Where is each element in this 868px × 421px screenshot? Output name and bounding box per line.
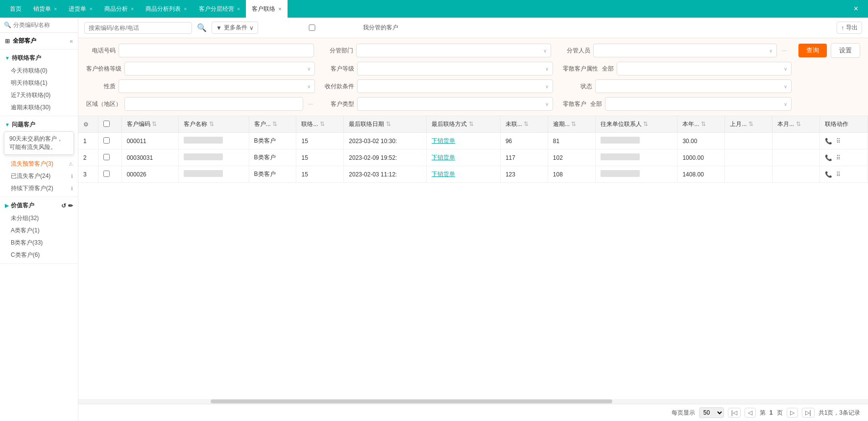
sidebar-item-week-pending[interactable]: 近7天待联络(0) [0, 89, 78, 101]
sidebar-item-ungrouped[interactable]: 未分组(32) [0, 212, 78, 224]
customer-level-select[interactable]: ∨ [357, 62, 554, 75]
phone-input[interactable] [119, 44, 314, 57]
sidebar-all-customers[interactable]: ⊞ 全部客户 « [0, 33, 78, 50]
refresh-icon[interactable]: ↺ [61, 202, 66, 209]
filter-search-button[interactable]: 🔍 [197, 23, 207, 32]
export-button[interactable]: ↑ 导出 [837, 22, 862, 34]
region-input[interactable] [124, 97, 303, 111]
cell-action-2[interactable]: 📞 ⠿ [820, 166, 868, 183]
cell-checkbox-2[interactable] [98, 166, 121, 183]
per-page-select[interactable]: 50 100 200 [699, 407, 724, 418]
cell-checkbox-1[interactable] [98, 149, 121, 166]
cell-checkbox-0[interactable] [98, 133, 121, 149]
close-icon[interactable]: × [54, 6, 57, 12]
col-last-date-header[interactable]: 最后联络日期 ⇅ [344, 116, 427, 133]
cell-action-1[interactable]: 📞 ⠿ [820, 149, 868, 166]
cell-last-type-1[interactable]: 下销货单 [427, 149, 501, 166]
sidebar-item-class-c[interactable]: C类客户(6) [0, 249, 78, 261]
sidebar-item-churn-warning[interactable]: 流失预警客户(3) ⚠ [0, 158, 78, 170]
close-icon[interactable]: × [131, 6, 134, 12]
horizontal-scrollbar[interactable] [78, 399, 868, 404]
sidebar-item-class-a[interactable]: A类客户(1) [0, 224, 78, 237]
col-last-type-header[interactable]: 最后联络方式 ⇅ [427, 116, 501, 133]
col-this-month-header[interactable]: 本月... ⇅ [772, 116, 820, 133]
close-icon[interactable]: × [278, 6, 281, 12]
filter-row-3: 性质 ∨ 收付款条件 ∨ 状态 [86, 79, 860, 93]
contact-icon[interactable]: 📞 [825, 171, 832, 178]
more-dots-icon[interactable]: ··· [780, 47, 789, 54]
sidebar-item-churned[interactable]: 已流失客户(24) ℹ [0, 170, 78, 182]
col-type-header[interactable]: 客户... ⇅ [249, 116, 296, 133]
row-checkbox-1[interactable] [103, 154, 110, 160]
nav-tab-customer-contact[interactable]: 客户联络 × [246, 0, 287, 18]
scrollbar-thumb[interactable] [211, 399, 612, 403]
col-name-header[interactable]: 客户名称 ⇅ [179, 116, 249, 133]
contact-icon[interactable]: 📞 [825, 138, 832, 145]
col-overdue-header[interactable]: 逾期... ⇅ [548, 116, 595, 133]
arrow-right-icon: ▶ [5, 203, 9, 208]
col-unit-contact-header[interactable]: 往来单位联系人 ⇅ [595, 116, 677, 133]
sidebar-item-today-pending[interactable]: 今天待联络(0) [0, 65, 78, 77]
close-icon[interactable]: × [184, 6, 187, 12]
column-settings-icon[interactable]: ⚙ [83, 121, 89, 128]
nav-tab-purchase[interactable]: 进货单 × [63, 0, 98, 18]
sidebar-section-value-title[interactable]: ▶ 价值客户 ↺ ✏ [0, 199, 78, 212]
col-code-header[interactable]: 客户编码 ⇅ [121, 116, 179, 133]
collapse-icon[interactable]: « [70, 38, 73, 45]
sidebar-item-tomorrow-pending[interactable]: 明天待联络(1) [0, 77, 78, 89]
more-actions-icon[interactable]: ⠿ [836, 154, 841, 161]
status-select[interactable]: ∨ [595, 79, 792, 93]
price-level-select[interactable]: ∨ [124, 62, 315, 75]
last-page-button[interactable]: ▷| [802, 408, 815, 418]
my-customers-checkbox[interactable] [263, 25, 361, 31]
sidebar-item-class-b[interactable]: B类客户(33) [0, 237, 78, 249]
nav-tab-product-analysis-list[interactable]: 商品分析列表 × [140, 0, 193, 18]
sparse-customer-select[interactable]: ∨ [605, 97, 792, 111]
more-conditions-button[interactable]: ▼ 更多条件 ∨ [212, 22, 258, 34]
manager-select[interactable]: ∨ [593, 44, 777, 57]
cell-last-type-0[interactable]: 下销货单 [427, 133, 501, 149]
first-page-button[interactable]: |◁ [728, 408, 741, 418]
col-this-year-header[interactable]: 本年... ⇅ [677, 116, 725, 133]
customer-type-select[interactable]: ∨ [357, 97, 554, 111]
chevron-down-icon: ∨ [784, 84, 787, 89]
my-customers-checkbox-label[interactable]: 我分管的客户 [263, 24, 398, 32]
nav-tab-home[interactable]: 首页 [4, 0, 27, 18]
edit-icon[interactable]: ✏ [68, 202, 73, 209]
cell-last-type-2[interactable]: 下销货单 [427, 166, 501, 183]
cell-action-0[interactable]: 📞 ⠿ [820, 133, 868, 149]
more-actions-icon[interactable]: ⠿ [836, 171, 841, 178]
col-last-month-header[interactable]: 上月... ⇅ [725, 116, 772, 133]
col-not-contact-header[interactable]: 未联... ⇅ [500, 116, 548, 133]
contact-icon[interactable]: 📞 [825, 154, 832, 161]
settings-button[interactable]: 设置 [831, 43, 860, 58]
row-checkbox-2[interactable] [103, 171, 110, 177]
nav-tab-customer-tier[interactable]: 客户分层经营 × [193, 0, 246, 18]
col-contact-header[interactable]: 联络... ⇅ [296, 116, 344, 133]
sort-icon: ⇅ [209, 121, 214, 127]
prev-page-button[interactable]: ◁ [745, 408, 756, 418]
next-page-button[interactable]: ▷ [787, 408, 798, 418]
close-icon[interactable]: × [89, 6, 92, 12]
close-icon[interactable]: × [237, 6, 240, 12]
close-all-button[interactable]: × [848, 4, 864, 13]
search-input[interactable] [84, 22, 192, 34]
row-checkbox-0[interactable] [103, 137, 110, 144]
nav-tab-sales[interactable]: 销货单 × [27, 0, 63, 18]
sidebar-search-input[interactable] [13, 22, 74, 28]
col-checkbox [98, 116, 121, 133]
sparse-attr-select[interactable]: ∨ [617, 62, 792, 75]
sidebar-item-declining[interactable]: 持续下滑客户(2) ℹ [0, 182, 78, 195]
nav-tab-product-analysis[interactable]: 商品分析 × [98, 0, 140, 18]
query-button[interactable]: 查询 [798, 44, 827, 57]
sidebar-section-problem-title[interactable]: ▼ 问题客户 [0, 118, 78, 131]
dept-select[interactable]: ∨ [356, 44, 552, 57]
sidebar-section-pending-title[interactable]: ▼ 待联络客户 [0, 51, 78, 65]
more-actions-icon[interactable]: ⠿ [836, 138, 841, 145]
nature-select[interactable]: ∨ [119, 79, 315, 93]
cell-unit-contact-1 [595, 149, 677, 166]
sidebar-item-overdue-pending[interactable]: 逾期未联络(30) [0, 101, 78, 114]
select-all-checkbox[interactable] [103, 121, 110, 127]
region-more-dots[interactable]: ··· [306, 100, 315, 107]
payment-select[interactable]: ∨ [357, 79, 554, 93]
